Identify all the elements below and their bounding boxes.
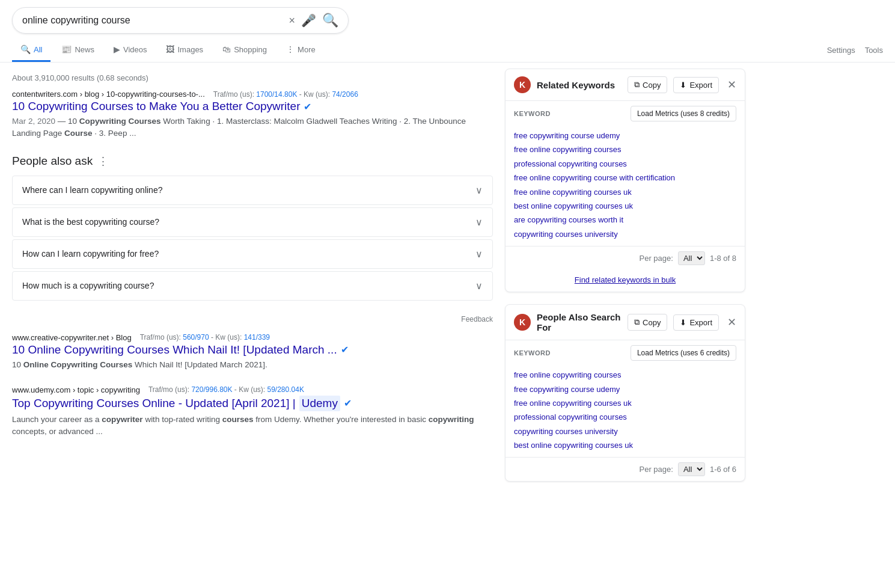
page-wrapper: × 🎤 🔍 🔍 All 📰 News ▶ Videos 🖼 Images 🛍 S… [0,0,895,500]
result-1-domain: contentwriters.com › blog › 10-copywriti… [12,90,205,99]
paa-item-4: How much is a copywriting course? ∨ [12,271,493,301]
more-tab-icon: ⋮ [286,44,295,54]
tab-more[interactable]: ⋮ More [278,38,324,62]
copy-label: Copy [643,81,661,90]
paa-question-4[interactable]: How much is a copywriting course? ∨ [13,272,492,300]
paa-question-1[interactable]: Where can I learn copywriting online? ∨ [13,176,492,204]
clear-icon[interactable]: × [289,14,295,27]
tab-videos[interactable]: ▶ Videos [105,38,156,62]
people-also-search-card: K People Also Search For ⧉ Copy ⬇ Export… [505,304,745,482]
result-1-url: contentwriters.com › blog › 10-copywriti… [12,90,493,99]
tab-shopping[interactable]: 🛍 Shopping [214,38,275,62]
export-label-2: Export [689,318,712,327]
copy-icon-2: ⧉ [634,317,640,327]
people-also-search-page-count: 1-6 of 6 [710,465,736,474]
paa-chevron-1: ∨ [475,185,483,196]
per-page-select-2[interactable]: All [678,462,705,476]
related-keywords-title: Related Keywords [537,80,622,90]
search-input[interactable] [22,15,283,26]
search-bar-area: × 🎤 🔍 [0,0,895,34]
tab-images-label: Images [177,45,203,54]
result-3-metrics: Traf/mo (us): 720/996.80K - Kw (us): 59/… [148,385,304,394]
related-keywords-col-label: KEYWORD [514,110,551,117]
kw-link-5[interactable]: best online copywriting courses uk [514,199,736,213]
paa-title: People also ask [12,155,93,168]
result-2-snippet: 10 Online Copywriting Courses Which Nail… [12,359,493,371]
pas-link-2[interactable]: free online copywriting courses uk [514,396,736,410]
kw-link-2[interactable]: professional copywriting courses [514,157,736,171]
related-keywords-copy-button[interactable]: ⧉ Copy [628,76,667,93]
pas-link-0[interactable]: free online copywriting courses [514,368,736,382]
paa-question-4-text: How much is a copywriting course? [22,281,154,290]
search-result-2: www.creative-copywriter.net › Blog Traf/… [12,333,493,371]
people-also-search-header: K People Also Search For ⧉ Copy ⬇ Export… [506,305,745,340]
related-keywords-page-count: 1-8 of 8 [710,254,736,263]
result-1-snippet: Mar 2, 2020 — 10 Copywriting Courses Wor… [12,115,493,140]
kw-link-3[interactable]: free online copywriting course with cert… [514,171,736,185]
result-2-title[interactable]: 10 Online Copywriting Courses Which Nail… [12,343,493,357]
people-also-search-logo: K [514,314,531,331]
per-page-select[interactable]: All [678,251,705,265]
people-also-ask-section: People also ask ⋮ Where can I learn copy… [12,155,493,301]
right-column: K Related Keywords ⧉ Copy ⬇ Export ✕ KEY… [505,69,745,494]
related-keywords-logo: K [514,76,531,93]
shopping-tab-icon: 🛍 [222,44,231,54]
result-1-title-text: 10 Copywriting Courses to Make You a Bet… [12,100,300,113]
find-bulk-link[interactable]: Find related keywords in bulk [575,275,676,284]
left-column: About 3,910,000 results (0.68 seconds) c… [12,69,493,494]
result-3-highlight: Udemy [299,396,340,411]
microphone-icon[interactable]: 🎤 [301,13,316,28]
result-1-verified-icon: ✔ [304,101,311,112]
paa-chevron-3: ∨ [475,248,483,260]
images-tab-icon: 🖼 [166,44,174,54]
tab-news[interactable]: 📰 News [53,38,103,62]
kw-link-6[interactable]: are copywriting courses worth it [514,213,736,227]
pas-link-1[interactable]: free copywriting course udemy [514,382,736,396]
search-button-icon[interactable]: 🔍 [322,13,338,28]
people-also-search-close-button[interactable]: ✕ [727,316,736,329]
tools-link[interactable]: Tools [865,46,883,55]
pas-link-5[interactable]: best online copywriting courses uk [514,438,736,452]
paa-item-2: What is the best copywriting course? ∨ [12,207,493,237]
people-also-search-copy-button[interactable]: ⧉ Copy [628,314,667,331]
result-2-metrics: Traf/mo (us): 560/970 - Kw (us): 141/339 [140,333,270,341]
people-also-search-col-header: KEYWORD Load Metrics (uses 6 credits) [506,340,745,366]
result-3-url: www.udemy.com › topic › copywriting Traf… [12,385,493,394]
nav-tabs: 🔍 All 📰 News ▶ Videos 🖼 Images 🛍 Shoppin… [0,34,895,63]
paa-question-2[interactable]: What is the best copywriting course? ∨ [13,208,492,236]
result-3-title[interactable]: Top Copywriting Courses Online - Updated… [12,396,493,411]
kw-link-4[interactable]: free online copywriting courses uk [514,185,736,199]
kw-link-0[interactable]: free copywriting course udemy [514,129,736,142]
paa-question-1-text: Where can I learn copywriting online? [22,185,162,195]
tab-images[interactable]: 🖼 Images [157,38,212,62]
paa-menu-icon[interactable]: ⋮ [97,155,109,168]
result-1-title[interactable]: 10 Copywriting Courses to Make You a Bet… [12,100,493,113]
results-count: About 3,910,000 results (0.68 seconds) [12,69,493,90]
kw-link-1[interactable]: free online copywriting courses [514,142,736,156]
export-icon-2: ⬇ [680,318,686,327]
per-page-label: Per page: [640,254,673,263]
paa-question-3[interactable]: How can I learn copywriting for free? ∨ [13,240,492,268]
result-3-verified-icon: ✔ [344,397,352,409]
related-keywords-close-button[interactable]: ✕ [727,78,736,91]
related-keywords-load-metrics-button[interactable]: Load Metrics (uses 8 credits) [631,106,736,121]
search-result-1: contentwriters.com › blog › 10-copywriti… [12,90,493,140]
pas-link-4[interactable]: copywriting courses university [514,424,736,438]
feedback-link[interactable]: Feedback [461,315,493,323]
related-keywords-export-button[interactable]: ⬇ Export [673,77,719,93]
tab-more-label: More [298,45,316,54]
related-keywords-card: K Related Keywords ⧉ Copy ⬇ Export ✕ KEY… [505,69,745,292]
per-page-label-2: Per page: [640,465,673,474]
result-2-title-text: 10 Online Copywriting Courses Which Nail… [12,343,337,357]
copy-icon: ⧉ [634,80,640,90]
kw-link-7[interactable]: copywriting courses university [514,227,736,241]
main-content: About 3,910,000 results (0.68 seconds) c… [0,63,895,500]
pas-link-3[interactable]: professional copywriting courses [514,410,736,424]
people-also-search-col-label: KEYWORD [514,349,551,357]
all-tab-icon: 🔍 [20,44,31,54]
result-1-metrics: Traf/mo (us): 1700/14.80K - Kw (us): 74/… [213,90,358,99]
settings-link[interactable]: Settings [827,46,855,55]
people-also-search-load-metrics-button[interactable]: Load Metrics (uses 6 credits) [631,345,736,361]
tab-all[interactable]: 🔍 All [12,38,50,62]
people-also-search-export-button[interactable]: ⬇ Export [673,314,719,331]
